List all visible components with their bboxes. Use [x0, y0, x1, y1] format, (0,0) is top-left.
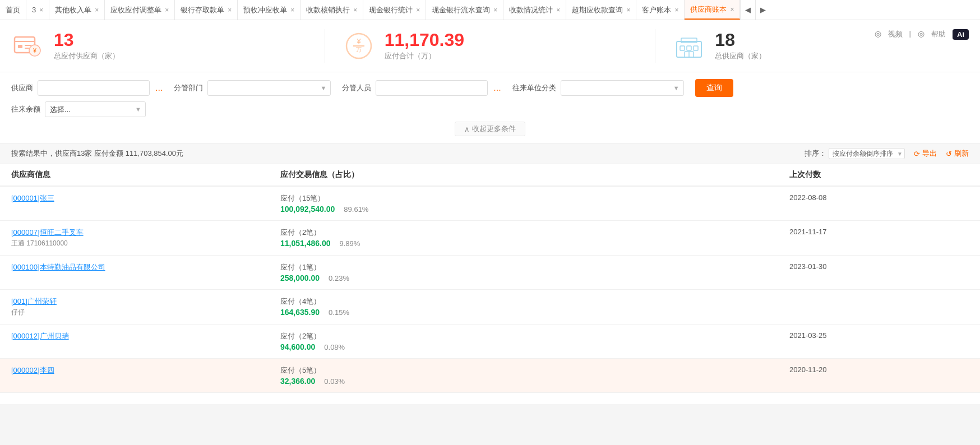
transaction-amount-1: 11,051,486.00 [280, 239, 331, 248]
export-icon: ⟳ [914, 150, 920, 158]
last-pay-2: 2023-01-30 [789, 262, 969, 271]
export-label: 导出 [922, 149, 937, 159]
svg-rect-4 [25, 48, 29, 49]
sort-select[interactable]: 按应付余额倒序排序 [829, 148, 905, 159]
nav-tab-customer-ledger-label: 客户账本 [642, 5, 671, 15]
question-icon: ◎ [918, 29, 924, 40]
collapse-label: 收起更多条件 [472, 124, 516, 134]
nav-tab-bank-deposit-label: 银行存取款单 [181, 5, 224, 15]
close-icon[interactable]: × [730, 6, 734, 13]
person-input[interactable] [376, 80, 488, 96]
dept-select[interactable] [207, 80, 331, 96]
close-icon[interactable]: × [556, 6, 560, 14]
nav-tab-customer-ledger[interactable]: 客户账本 × [636, 0, 685, 20]
transaction-amount-0: 100,092,540.00 [280, 205, 335, 214]
transaction-pct-5: 0.03% [324, 377, 345, 386]
category-label: 往来单位分类 [512, 83, 556, 93]
nav-tab-home[interactable]: 首页 [0, 0, 26, 20]
svg-text:¥: ¥ [33, 48, 36, 54]
transaction-label-2: 应付（1笔） [280, 262, 789, 272]
svg-rect-3 [25, 45, 31, 46]
refresh-button[interactable]: ↺ 刷新 [946, 149, 969, 159]
chevron-up-icon: ∧ [464, 125, 470, 133]
transaction-label-3: 应付（4笔） [280, 296, 789, 307]
payable-suppliers-label: 总应付供应商（家） [54, 51, 119, 61]
svg-rect-2 [18, 45, 22, 48]
video-link[interactable]: 视频 [888, 29, 903, 40]
nav-arrow-right[interactable]: ▶ [755, 0, 770, 20]
nav-tab-cash-bank-stats[interactable]: 现金银行统计 × [363, 0, 426, 20]
nav-tab-home-label: 首页 [6, 5, 20, 15]
category-filter: 往来单位分类 ▼ [512, 80, 684, 96]
sort-control: 排序： 按应付余额倒序排序 ▼ [805, 148, 905, 159]
person-label: 分管人员 [342, 83, 371, 93]
nav-tab-supplier-ledger[interactable]: 供应商账本 × [685, 0, 740, 20]
nav-tab-overdue[interactable]: 超期应收款查询 × [566, 0, 636, 20]
summary-divider-2 [655, 29, 655, 63]
transaction-label-5: 应付（5笔） [280, 365, 789, 376]
table-header-row: 供应商信息 应付交易信息（占比） 上次付数 [0, 164, 980, 187]
table-row: [000007]恒旺二手叉车 王通 17106110000 应付（2笔） 11,… [0, 221, 980, 256]
nav-tab-collect-verify[interactable]: 收款核销执行 × [301, 0, 363, 20]
nav-tab-adjustment[interactable]: 应收应付调整单 × [105, 0, 175, 20]
nav-tab-cash-flow-label: 现金银行流水查询 [432, 5, 490, 15]
supplier-link-3[interactable]: [001]广州荣轩 [11, 296, 280, 307]
close-icon[interactable]: × [353, 6, 357, 14]
supplier-input[interactable] [38, 80, 150, 96]
table-header-supplier: 供应商信息 [11, 170, 280, 180]
svg-text:万: 万 [356, 47, 362, 53]
person-dots-btn[interactable]: ... [493, 83, 501, 93]
supplier-sub-3: 仔仔 [11, 308, 280, 317]
query-button[interactable]: 查询 [695, 79, 733, 97]
close-icon[interactable]: × [290, 6, 294, 14]
balance-select[interactable]: 选择... [45, 101, 146, 117]
close-icon[interactable]: × [228, 6, 232, 14]
nav-tab-collect-stats-label: 收款情况统计 [509, 5, 553, 15]
nav-arrow-left[interactable]: ◀ [740, 0, 755, 20]
close-icon[interactable]: × [493, 6, 497, 14]
nav-tab-collect-stats[interactable]: 收款情况统计 × [503, 0, 566, 20]
close-icon[interactable]: × [39, 6, 43, 14]
close-icon[interactable]: × [674, 6, 678, 14]
transaction-cell-5: 应付（5笔） 32,366.00 0.03% [280, 365, 789, 386]
nav-tab-overdue-label: 超期应收款查询 [572, 5, 623, 15]
nav-tab-bank-deposit[interactable]: 银行存取款单 × [175, 0, 238, 20]
close-icon[interactable]: × [95, 6, 99, 14]
export-button[interactable]: ⟳ 导出 [914, 149, 937, 159]
total-payable-amount: 11,170.39 [385, 31, 464, 49]
nav-tab-3[interactable]: 3 × [26, 0, 49, 20]
supplier-link-4[interactable]: [000012]广州贝瑞 [11, 331, 280, 341]
nav-tab-other-income[interactable]: 其他收入单 × [49, 0, 105, 20]
close-icon[interactable]: × [165, 6, 169, 14]
supplier-dots-btn[interactable]: ... [155, 83, 163, 93]
help-link[interactable]: 帮助 [931, 29, 946, 40]
supplier-link-1[interactable]: [000007]恒旺二手叉车 [11, 228, 280, 238]
table-row: [000100]本特勤油品有限公司 应付（1笔） 258,000.00 0.23… [0, 256, 980, 290]
supplier-cell-5: [000002]李四 [11, 365, 280, 376]
dept-label: 分管部门 [174, 83, 203, 93]
close-icon[interactable]: × [626, 6, 630, 14]
supplier-link-0[interactable]: [000001]张三 [11, 193, 280, 203]
supplier-link-5[interactable]: [000002]李四 [11, 365, 280, 376]
top-right-links: ◎ 视频 | ◎ 帮助 Ai [875, 29, 969, 40]
nav-tab-prepay[interactable]: 预收冲应收单 × [238, 0, 301, 20]
nav-tab-other-income-label: 其他收入单 [55, 5, 91, 15]
summary-card-1-content: 13 总应付供应商（家） [54, 31, 119, 61]
nav-tab-supplier-ledger-label: 供应商账本 [690, 4, 727, 15]
collapse-button[interactable]: ∧ 收起更多条件 [455, 122, 525, 136]
transaction-pct-0: 89.61% [344, 205, 368, 214]
nav-tab-cash-flow[interactable]: 现金银行流水查询 × [426, 0, 503, 20]
sort-select-wrap: 按应付余额倒序排序 ▼ [829, 148, 905, 159]
category-select[interactable] [561, 80, 684, 96]
category-select-wrap: ▼ [561, 80, 684, 96]
ai-badge[interactable]: Ai [953, 29, 969, 40]
close-icon[interactable]: × [416, 6, 420, 14]
table-row: [001]广州荣轩 仔仔 应付（4笔） 164,635.90 0.15% [0, 290, 980, 325]
sort-label: 排序： [805, 149, 826, 159]
transaction-cell-2: 应付（1笔） 258,000.00 0.23% [280, 262, 789, 282]
last-pay-1: 2021-11-17 [789, 228, 969, 236]
last-pay-4: 2021-03-25 [789, 331, 969, 340]
supplier-link-2[interactable]: [000100]本特勤油品有限公司 [11, 262, 280, 272]
svg-rect-14 [687, 46, 691, 50]
filter-row-2: 往来余额 选择... ▼ [11, 101, 969, 117]
